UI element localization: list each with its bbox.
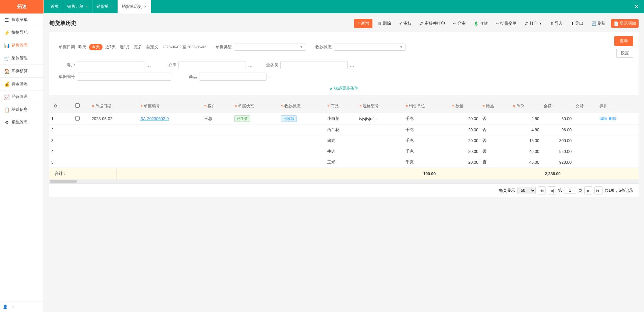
date-shortcut-custom[interactable]: 自定义: [145, 44, 160, 50]
customer-input[interactable]: [77, 61, 144, 69]
date-shortcut-1month[interactable]: 近1月: [118, 44, 132, 50]
collect-button[interactable]: 💲 收款: [471, 19, 491, 28]
next-page-btn[interactable]: ▶: [584, 186, 592, 194]
cell-customer: [202, 157, 232, 168]
edit-action[interactable]: 编辑: [599, 116, 607, 121]
refresh-button[interactable]: 🔄 刷新: [589, 19, 608, 28]
window-close-btn[interactable]: ✕: [632, 3, 641, 10]
first-page-btn[interactable]: ⏮: [538, 186, 546, 194]
warehouse-input[interactable]: [178, 61, 246, 69]
sort-icon: ⇅: [204, 104, 207, 108]
col-doc-no[interactable]: ⇅单据编号: [138, 99, 202, 113]
row-checkbox[interactable]: [75, 116, 80, 121]
new-button[interactable]: + 新增: [354, 19, 372, 28]
col-qty[interactable]: ⇅数量: [450, 99, 480, 113]
cell-amount: 920.00: [541, 146, 574, 157]
staff-dots[interactable]: ...: [350, 62, 354, 68]
sidebar-user-icon[interactable]: 👤: [3, 305, 8, 309]
show-detail-button[interactable]: 📄 显示明细: [611, 19, 639, 28]
filter-action-area: 查询 设置: [614, 36, 633, 58]
cell-index: 1: [49, 113, 73, 125]
cell-checkbox: [73, 157, 90, 168]
tab-sales-delivery[interactable]: 销货单 ✕: [92, 0, 118, 14]
abandon-button[interactable]: ↩ 弃审: [450, 19, 468, 28]
last-page-btn[interactable]: ⏭: [594, 186, 603, 194]
sort-icon: ⇅: [92, 104, 94, 108]
delete-action[interactable]: 删除: [609, 116, 616, 121]
per-page-label: 每页显示: [499, 188, 515, 193]
horizontal-scrollbar[interactable]: [49, 179, 639, 183]
tab-close-sales-order[interactable]: ✕: [85, 5, 88, 8]
page-header: 销货单历史 + 新增 🗑 删除 ✔ 审核 🖨 审核并打印 ↩ 弃审: [49, 19, 639, 28]
staff-input[interactable]: [280, 61, 348, 69]
collapse-button[interactable]: ∧ 收起更多条件: [330, 85, 358, 91]
gear-settings-icon[interactable]: ⚙: [51, 102, 59, 110]
tab-home[interactable]: 首页: [47, 0, 63, 14]
col-goods[interactable]: ⇅商品: [325, 99, 357, 113]
date-shortcut-yesterday[interactable]: 昨天: [77, 44, 88, 50]
sidebar-collapse-icon[interactable]: ⏸: [10, 305, 15, 309]
export-button[interactable]: ⬇ 导出: [568, 19, 586, 28]
col-sales-unit[interactable]: ⇅销售单位: [403, 99, 450, 113]
cell-payment-status: [279, 146, 326, 157]
prev-page-btn[interactable]: ◀: [548, 186, 556, 194]
tab-sales-history[interactable]: 销货单历史 ✕: [118, 0, 151, 14]
cell-qty: 20.00: [450, 146, 480, 157]
cell-customer: [202, 146, 232, 157]
col-unit-price[interactable]: ⇅单价: [511, 99, 541, 113]
col-payment-status[interactable]: ⇅收款状态: [279, 99, 326, 113]
date-range-display: 2023-06-02 至 2023-06-02: [162, 45, 206, 50]
sidebar-item-sys-mgmt[interactable]: ⚙ 系统管理: [0, 116, 44, 129]
docno-input[interactable]: [77, 73, 171, 81]
print-button[interactable]: 🖨 打印 ▼: [522, 19, 545, 28]
tab-close-sales-history[interactable]: ✕: [144, 5, 147, 8]
sidebar-item-sales-mgmt[interactable]: 📊 销售管理: [0, 39, 44, 52]
col-gear: ⚙: [49, 99, 73, 113]
sidebar-item-search-menu[interactable]: ☰ 搜索菜单: [0, 14, 44, 26]
sidebar-item-purchase-mgmt[interactable]: 🛒 采购管理: [0, 52, 44, 65]
import-button[interactable]: ⬆ 导入: [548, 19, 565, 28]
sidebar-item-label: 搜索菜单: [11, 17, 28, 23]
delete-button[interactable]: 🗑 删除: [375, 19, 394, 28]
per-page-select[interactable]: 50 100 200: [517, 187, 536, 194]
warehouse-dots[interactable]: ...: [248, 62, 252, 68]
customer-dots[interactable]: ...: [146, 62, 151, 68]
row-actions: 编辑 删除: [599, 116, 637, 121]
scrollbar-thumb[interactable]: [50, 180, 77, 183]
col-gift[interactable]: ⇅赠品: [480, 99, 511, 113]
footer-label: 合计：: [49, 168, 117, 179]
select-all-checkbox[interactable]: [75, 103, 80, 108]
setting-button[interactable]: 设置: [616, 49, 633, 58]
cell-gift: 否: [480, 157, 511, 168]
doc-no-link[interactable]: SA-20230602-0: [140, 116, 169, 121]
tab-close-sales-delivery[interactable]: ✕: [111, 5, 113, 8]
date-shortcut-more[interactable]: 更多: [133, 44, 143, 50]
goods-dots[interactable]: ...: [269, 74, 273, 80]
col-customer[interactable]: ⇅客户: [202, 99, 232, 113]
sidebar-item-finance[interactable]: 💰 资金管理: [0, 78, 44, 90]
cell-spec: [357, 146, 404, 157]
query-button[interactable]: 查询: [614, 36, 633, 46]
cell-sales-unit: 千克: [403, 157, 450, 168]
tab-sales-order[interactable]: 销售订单 ✕: [63, 0, 92, 14]
col-spec[interactable]: ⇅规格型号: [357, 99, 404, 113]
review-print-button[interactable]: 🖨 审核并打印: [417, 19, 448, 28]
col-doc-date[interactable]: ⇅单据日期: [90, 99, 138, 113]
col-doc-status[interactable]: ⇅单据状态: [232, 99, 279, 113]
sidebar-item-basic-info[interactable]: 📋 基础信息: [0, 103, 44, 116]
review-button[interactable]: ✔ 审核: [396, 19, 414, 28]
date-shortcut-today[interactable]: 今天: [89, 44, 103, 50]
payment-status-select[interactable]: ▼: [334, 44, 406, 51]
col-actions: 操作: [597, 99, 639, 113]
total-info: 共1页，5条记录: [605, 188, 633, 193]
sidebar-item-inventory[interactable]: 🏠 库存核算: [0, 65, 44, 78]
page-number-input[interactable]: [564, 187, 576, 194]
sidebar-item-operations[interactable]: 📈 经营管理: [0, 90, 44, 103]
doc-type-select[interactable]: ▼: [234, 44, 306, 51]
review-icon: ✔: [399, 21, 402, 26]
staff-label: 业务员: [258, 62, 278, 68]
goods-input[interactable]: [199, 73, 267, 81]
batch-change-button[interactable]: ✏ 批量变更: [493, 19, 519, 28]
sidebar-item-quick-nav[interactable]: ⚡ 快捷导航: [0, 26, 44, 39]
date-shortcut-7days[interactable]: 近7天: [104, 44, 117, 50]
